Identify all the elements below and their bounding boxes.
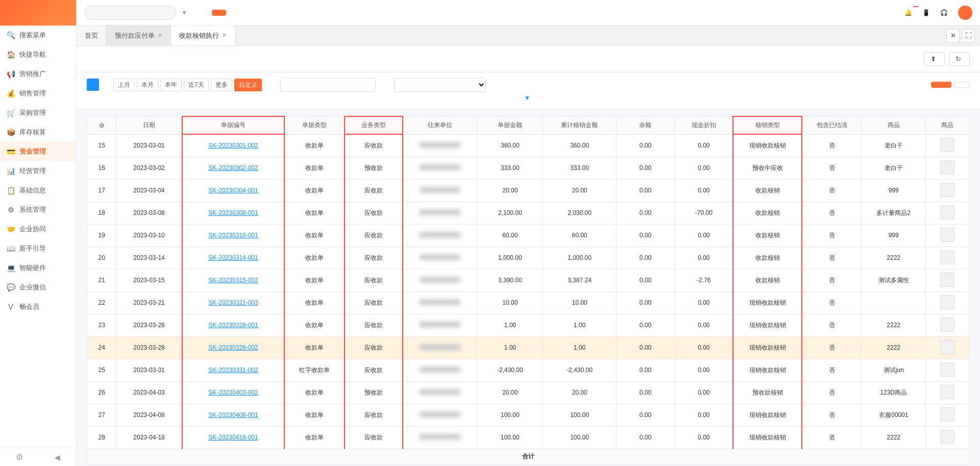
sidebar-item-基础信息[interactable]: 📋基础信息 xyxy=(0,181,76,200)
doc-no-link[interactable]: SK-20230321-003 xyxy=(208,299,258,306)
cell-doc_type: 收款单 xyxy=(284,247,344,269)
col-header-biz_type: 业务类型 xyxy=(345,116,403,134)
cell-date: 2023-04-08 xyxy=(116,404,182,426)
sidebar-item-label: 基础信息 xyxy=(19,186,46,195)
cell-write_off_type: 现销收款核销 xyxy=(733,336,802,359)
sidebar-item-快捷导航[interactable]: 🏠快捷导航 xyxy=(0,45,76,64)
cell-write_off_type: 收款核销 xyxy=(733,202,802,224)
cell-doc_no[interactable]: SK-20230328-001 xyxy=(182,314,285,336)
query-button[interactable] xyxy=(931,82,951,88)
doc-no-link[interactable]: SK-20230408-001 xyxy=(208,411,258,419)
sidebar-item-系统管理[interactable]: ⚙系统管理 xyxy=(0,200,76,219)
cell-goods2 xyxy=(925,381,969,404)
cell-balance: 0.00 xyxy=(616,381,675,404)
cell-goods: 123D商品 xyxy=(862,381,926,404)
doc-no-link[interactable]: SK-20230418-001 xyxy=(208,434,258,441)
cell-cash_discount: 0.00 xyxy=(675,224,733,247)
doctype-select[interactable] xyxy=(394,78,486,92)
last-7days-btn[interactable]: 近7天 xyxy=(184,79,209,91)
sidebar-item-销售管理[interactable]: 💰销售管理 xyxy=(0,84,76,103)
tab-close-icon[interactable]: ✕ xyxy=(222,32,227,39)
sidebar-item-资金管理[interactable]: 💳资金管理 xyxy=(0,142,76,161)
topbar-dropdown-arrow[interactable]: ▼ xyxy=(181,9,187,16)
setting-button[interactable] xyxy=(954,82,970,88)
partner-input[interactable] xyxy=(280,78,376,92)
sidebar-item-智能硬件[interactable]: 💻智能硬件 xyxy=(0,258,76,278)
col-header-goods: 商品 xyxy=(862,116,926,134)
export-button[interactable]: ⬆ xyxy=(924,52,945,66)
cell-doc_no[interactable]: SK-20230310-001 xyxy=(182,224,285,247)
cell-doc_no[interactable]: SK-20230403-002 xyxy=(182,381,285,404)
cell-biz_type: 预收款 xyxy=(345,381,403,404)
sidebar-item-经营管理[interactable]: 📊经营管理 xyxy=(0,161,76,181)
last-month-btn[interactable]: 上月 xyxy=(113,79,135,91)
cell-doc_type: 收款单 xyxy=(284,134,344,157)
cell-doc_no[interactable]: SK-20230302-002 xyxy=(182,157,285,179)
cell-doc_no[interactable]: SK-20230321-003 xyxy=(182,291,285,314)
doc-no-link[interactable]: SK-20230315-002 xyxy=(208,277,258,284)
sidebar-item-畅会员[interactable]: V畅会员 xyxy=(0,297,76,316)
sidebar-item-采购管理[interactable]: 🛒采购管理 xyxy=(0,103,76,122)
topbar-gear-btn[interactable] xyxy=(192,6,207,20)
cell-doc_no[interactable]: SK-20230314-001 xyxy=(182,247,285,269)
sidebar-item-营销推广[interactable]: 📢营销推广 xyxy=(0,64,76,84)
doc-no-link[interactable]: SK-20230403-002 xyxy=(208,389,258,396)
cell-written_off: 60.00 xyxy=(543,224,616,247)
topbar-search-input[interactable] xyxy=(84,6,176,20)
cell-doc_no[interactable]: SK-20230301-002 xyxy=(182,134,285,157)
cell-balance: 0.00 xyxy=(616,269,675,291)
doc-no-link[interactable]: SK-20230331-002 xyxy=(208,366,258,374)
sidebar-item-icon: V xyxy=(6,302,15,311)
cell-doc_no[interactable]: SK-20230331-002 xyxy=(182,359,285,381)
doc-no-link[interactable]: SK-20230301-002 xyxy=(208,142,258,149)
notice-icon: 🔔 xyxy=(904,9,912,16)
table-footer-row: 合计 xyxy=(87,449,970,464)
cell-doc_no[interactable]: SK-20230408-001 xyxy=(182,404,285,426)
filter-expand-btn[interactable] xyxy=(87,79,99,91)
doc-no-link[interactable]: SK-20230328-002 xyxy=(208,344,258,351)
doc-no-link[interactable]: SK-20230308-001 xyxy=(208,209,258,216)
refresh-button[interactable]: ↻ xyxy=(949,52,970,66)
cell-partner: ██████ xyxy=(403,202,477,224)
doc-no-link[interactable]: SK-20230302-002 xyxy=(208,164,258,171)
sidebar-item-新手引导[interactable]: 📖新手引导 xyxy=(0,239,76,258)
doc-no-link[interactable]: SK-20230310-001 xyxy=(208,232,258,239)
tab-0[interactable]: 首页 xyxy=(77,26,107,45)
custom-date-btn[interactable]: 自定义 xyxy=(234,79,262,91)
doc-no-link[interactable]: SK-20230314-001 xyxy=(208,254,258,261)
tab-close-icon[interactable]: ✕ xyxy=(158,32,162,39)
cell-balance: 0.00 xyxy=(616,336,675,359)
col-header-idx: ⚙ xyxy=(87,116,116,134)
notice-button[interactable]: 🔔 xyxy=(904,9,914,16)
collapse-icon[interactable]: ◀ xyxy=(55,453,60,461)
settings-icon[interactable]: ⚙ xyxy=(16,452,23,462)
user-avatar[interactable] xyxy=(958,6,972,20)
sidebar-item-企业微信[interactable]: 💬企业微信 xyxy=(0,278,76,297)
sidebar-item-库存核算[interactable]: 📦库存核算 xyxy=(0,122,76,142)
expand-more-btn[interactable]: ▼ xyxy=(87,92,970,104)
more-date-btn[interactable]: 更多 xyxy=(211,79,232,91)
sidebar-item-企业协同[interactable]: 🤝企业协同 xyxy=(0,219,76,239)
cell-cash_discount: 0.00 xyxy=(675,336,733,359)
cell-doc_no[interactable]: SK-20230304-001 xyxy=(182,179,285,202)
table-row: 242023-03-28SK-20230328-002收款单应收款██████1… xyxy=(87,336,970,359)
data-table: ⚙日期单据编号单据类型业务类型往来单位单据金额累计核销金额余额现金折扣核销类型包… xyxy=(87,116,970,464)
solution-button[interactable] xyxy=(212,10,226,16)
this-month-btn[interactable]: 本月 xyxy=(137,79,158,91)
cell-doc_no[interactable]: SK-20230328-002 xyxy=(182,336,285,359)
tab-2[interactable]: 收款核销执行✕ xyxy=(171,26,235,45)
tab-1[interactable]: 预付款应付单✕ xyxy=(107,26,171,45)
tab-expand-btn[interactable]: ⛶ xyxy=(962,29,975,42)
app-download-button[interactable]: 📱 xyxy=(922,9,932,16)
cell-doc_no[interactable]: SK-20230315-002 xyxy=(182,269,285,291)
tab-close-all-btn[interactable]: ✕ xyxy=(946,29,960,42)
doc-no-link[interactable]: SK-20230304-001 xyxy=(208,187,258,194)
service-button[interactable]: 🎧 xyxy=(940,9,950,16)
cell-doc_no[interactable]: SK-20230418-001 xyxy=(182,426,285,449)
sidebar-item-搜索菜单[interactable]: 🔍搜索菜单 xyxy=(0,26,76,45)
doc-no-link[interactable]: SK-20230328-001 xyxy=(208,322,258,329)
cell-doc_no[interactable]: SK-20230308-001 xyxy=(182,202,285,224)
cell-amount: 360.00 xyxy=(477,134,543,157)
goods-thumbnail xyxy=(940,138,954,152)
this-year-btn[interactable]: 本年 xyxy=(160,79,182,91)
